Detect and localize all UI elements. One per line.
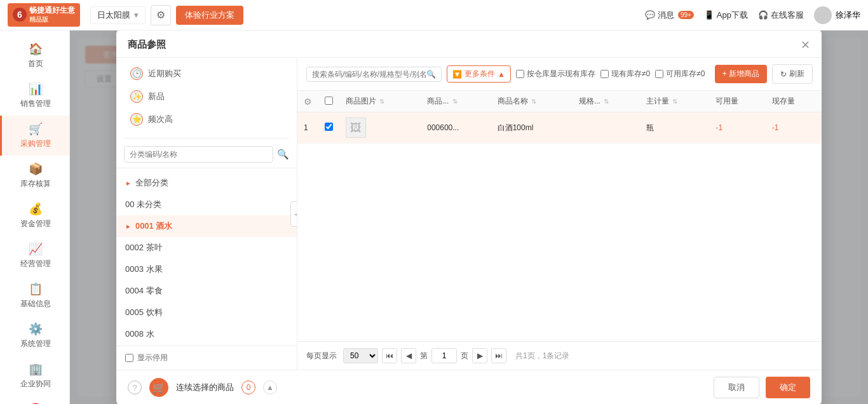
- cat-item-fruit[interactable]: 0003 水果: [116, 259, 297, 280]
- filter-icon: 🔽: [452, 70, 462, 79]
- cell-stock: -1: [766, 112, 822, 144]
- prev-page-button[interactable]: ◀: [401, 348, 416, 363]
- checkbox-available-area[interactable]: 可用库存≠0: [655, 69, 705, 79]
- home-icon: 🏠: [29, 42, 43, 56]
- sidebar-item-basic[interactable]: 📋 基础信息: [0, 276, 69, 316]
- cat-label: 0003 水果: [125, 264, 163, 275]
- messages-label: 消息: [658, 10, 674, 21]
- col-stock: 现存量: [766, 91, 822, 112]
- filter-button[interactable]: 🔽 更多条件 ▲: [447, 65, 511, 83]
- modal-header: 商品参照 ✕: [116, 30, 822, 58]
- last-page-button[interactable]: ⏭: [491, 348, 506, 363]
- next-page-button[interactable]: ▶: [472, 348, 487, 363]
- message-icon: 💬: [645, 10, 655, 20]
- cancel-button[interactable]: 取消: [714, 377, 759, 398]
- cat-item-all[interactable]: ► 全部分类: [116, 172, 297, 194]
- cat-item-unclassified[interactable]: 00 未分类: [116, 194, 297, 215]
- confirm-button[interactable]: 确定: [766, 377, 810, 398]
- col-name-label: 商品名称: [498, 97, 528, 105]
- top-nav: 6 畅捷通好生意 精品版 日太阳膜 ▾ ⚙ 体验行业方案 💬 消息 99+ 📱 …: [0, 0, 868, 30]
- management-icon: 📈: [29, 242, 43, 256]
- page-input[interactable]: [431, 348, 457, 363]
- close-icon[interactable]: ✕: [801, 39, 810, 51]
- sidebar-item-management[interactable]: 📈 经营管理: [0, 236, 69, 276]
- cat-item-drink[interactable]: 0005 饮料: [116, 302, 297, 323]
- checkbox-stock-label: 现有库存≠0: [611, 69, 650, 79]
- settings-icon[interactable]: ⚙: [304, 97, 312, 107]
- cat-label: 0008 水: [125, 328, 154, 340]
- modal-body: 🕒 近期购买 ✨ 新品 ⭐ 频次高: [116, 58, 822, 370]
- sidebar-item-label: 经营管理: [20, 259, 51, 269]
- app-download-item[interactable]: 📱 App下载: [704, 10, 748, 21]
- available-value: -1: [715, 123, 722, 132]
- recent-tab-new[interactable]: ✨ 新品: [124, 86, 289, 107]
- row-checkbox[interactable]: [325, 123, 333, 131]
- sidebar-item-guide[interactable]: 🎯 新手引导: [0, 396, 69, 404]
- checkbox-stock-area[interactable]: 现有库存≠0: [600, 69, 650, 79]
- help-icon[interactable]: ?: [128, 380, 142, 394]
- online-service-item[interactable]: 🎧 在线客服: [758, 10, 804, 21]
- avatar-area[interactable]: 徐泽华: [814, 6, 860, 24]
- page-label: 第: [420, 351, 428, 361]
- sort-icon[interactable]: ⇅: [604, 98, 609, 105]
- sidebar-item-system[interactable]: ⚙️ 系统管理: [0, 316, 69, 356]
- recent-tab-label: 新品: [148, 91, 165, 102]
- gear-button[interactable]: ⚙: [151, 5, 171, 25]
- sort-icon[interactable]: ⇅: [531, 98, 536, 105]
- cell-unit: 瓶: [640, 112, 709, 144]
- sidebar-item-home[interactable]: 🏠 首页: [0, 36, 69, 76]
- online-service-label: 在线客服: [771, 10, 804, 21]
- table-row[interactable]: 1 🖼 000600... 白酒100ml: [297, 112, 822, 144]
- cat-item-tea[interactable]: 0002 茶叶: [116, 237, 297, 259]
- arrow-icon: ►: [125, 180, 132, 187]
- phone-icon: 📱: [704, 10, 714, 20]
- show-disabled-area: 显示停用: [116, 346, 297, 370]
- per-page-select[interactable]: 50 100 200: [343, 348, 378, 363]
- sidebar-item-purchase[interactable]: 🛒 采购管理: [0, 116, 69, 156]
- sidebar-item-inventory[interactable]: 📦 库存核算: [0, 156, 69, 196]
- basic-icon: 📋: [29, 282, 43, 296]
- collapse-panel-button[interactable]: ◀: [290, 201, 297, 227]
- recent-tab-recent[interactable]: 🕒 近期购买: [124, 63, 289, 84]
- modal-right-panel: 🔍 🔽 更多条件 ▲ 按仓库显示现有库存: [297, 58, 822, 370]
- logo[interactable]: 6 畅捷通好生意 精品版: [8, 3, 80, 26]
- sidebar-item-label: 资金管理: [20, 219, 51, 229]
- product-table-container: ⚙ 商品图片 ⇅: [297, 91, 822, 341]
- cat-label: 0005 饮料: [125, 307, 163, 318]
- search-icon[interactable]: 🔍: [426, 70, 436, 79]
- refresh-button[interactable]: ↻ 刷新: [772, 64, 813, 84]
- checkbox-warehouse-area[interactable]: 按仓库显示现有库存: [516, 69, 595, 79]
- sort-icon[interactable]: ⇅: [672, 98, 677, 105]
- messages-item[interactable]: 💬 消息 99+: [645, 10, 694, 21]
- sort-icon[interactable]: ⇅: [379, 98, 384, 105]
- cart-icon[interactable]: 🛒: [149, 378, 168, 397]
- cat-item-water[interactable]: 0008 水: [116, 323, 297, 345]
- sidebar-item-sales[interactable]: 📊 销售管理: [0, 76, 69, 116]
- col-available-label: 可用量: [715, 97, 738, 105]
- enterprise-icon: 🏢: [29, 362, 43, 376]
- add-product-button[interactable]: + 新增商品: [715, 65, 767, 83]
- col-unit: 主计量 ⇅: [640, 91, 709, 112]
- modal-footer: ? 🛒 连续选择的商品 0 ▲ 取消 确定: [116, 370, 822, 404]
- nav-selector-label: 日太阳膜: [97, 10, 130, 21]
- sort-icon[interactable]: ⇅: [452, 98, 458, 105]
- cat-item-snack[interactable]: 0004 零食: [116, 280, 297, 302]
- first-page-button[interactable]: ⏮: [382, 348, 397, 363]
- show-disabled-checkbox[interactable]: [125, 354, 133, 362]
- category-search-input[interactable]: [124, 146, 273, 163]
- nav-selector[interactable]: 日太阳膜 ▾: [90, 6, 146, 24]
- checkbox-warehouse[interactable]: [516, 70, 524, 78]
- category-search-icon[interactable]: 🔍: [277, 149, 289, 160]
- sidebar-item-enterprise[interactable]: 🏢 企业协同: [0, 356, 69, 396]
- recent-tab-frequent[interactable]: ⭐ 频次高: [124, 109, 289, 130]
- checkbox-available[interactable]: [655, 70, 663, 78]
- collapse-bottom-icon[interactable]: ▲: [263, 380, 277, 394]
- sidebar-item-finance[interactable]: 💰 资金管理: [0, 196, 69, 236]
- cat-item-alcohol[interactable]: ► 0001 酒水: [116, 215, 297, 237]
- product-search-input[interactable]: [312, 70, 426, 79]
- select-all-checkbox[interactable]: [325, 97, 333, 105]
- logo-text: 畅捷通好生意: [29, 6, 75, 15]
- modal-title: 商品参照: [128, 39, 166, 51]
- checkbox-stock[interactable]: [600, 70, 609, 78]
- experience-button[interactable]: 体验行业方案: [176, 6, 243, 25]
